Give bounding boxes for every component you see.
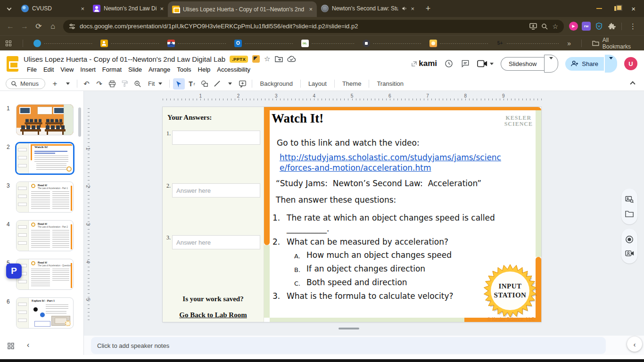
- collapse-filmstrip-icon[interactable]: ‹: [27, 341, 29, 349]
- omnibox[interactable]: docs.google.com/presentation/d/1pIUkCYPO…: [63, 20, 564, 33]
- browser-tab[interactable]: Ulises Lopez Huerta - Copy of 01--Newton…: [168, 1, 317, 17]
- kami-button[interactable]: kami: [412, 59, 437, 68]
- browser-tab[interactable]: Newton's Second Law: Stu×: [317, 1, 419, 16]
- bookmark-item[interactable]: ··························: [33, 40, 93, 47]
- line-tool-button[interactable]: [211, 78, 223, 90]
- menu-insert[interactable]: Insert: [77, 66, 99, 74]
- install-app-icon[interactable]: [529, 23, 537, 30]
- slide-canvas[interactable]: Your Answers: 1. 2. Answer here 3. Answe…: [163, 107, 541, 322]
- zoom-tool-icon[interactable]: [132, 78, 143, 90]
- tab-close-button[interactable]: ×: [160, 5, 164, 12]
- tab-close-button[interactable]: ×: [81, 5, 84, 12]
- slide-thumbnail[interactable]: Watch It!: [15, 142, 74, 175]
- bookmark-item[interactable]: ··························: [363, 40, 422, 47]
- layout-button[interactable]: Layout: [304, 78, 331, 89]
- minimize-icon[interactable]: [596, 8, 602, 9]
- print-button[interactable]: [106, 78, 118, 90]
- menu-accessibility[interactable]: Accessibility: [214, 66, 254, 74]
- comments-icon[interactable]: [461, 59, 470, 68]
- record-icon[interactable]: [625, 235, 634, 244]
- grid-view-icon[interactable]: [8, 343, 14, 349]
- back-icon[interactable]: ←: [4, 20, 17, 33]
- select-tool-button[interactable]: [173, 78, 185, 90]
- line-tool-dropdown[interactable]: [224, 78, 236, 90]
- camera-person-icon[interactable]: [625, 250, 634, 257]
- shapes-tool-button[interactable]: [198, 78, 210, 90]
- browser-tab[interactable]: Newton's 2nd Law Digital Lab×: [89, 1, 168, 16]
- bookmark-star-icon[interactable]: ☆: [552, 23, 558, 30]
- home-icon[interactable]: ⌂: [46, 20, 59, 33]
- bookmark-item[interactable]: O··························: [234, 40, 294, 47]
- extension-p-badge[interactable]: P: [6, 263, 22, 279]
- answer-box-1[interactable]: [172, 131, 260, 145]
- kami-doc-icon[interactable]: [252, 55, 260, 63]
- answer-box-3[interactable]: Answer here: [172, 235, 260, 249]
- move-folder-icon[interactable]: [275, 56, 283, 62]
- new-slide-button[interactable]: +: [49, 78, 61, 90]
- kami-extension-icon[interactable]: ▶: [569, 22, 578, 31]
- browser-menu-icon[interactable]: ⋮: [626, 22, 640, 31]
- tab-close-button[interactable]: ×: [411, 5, 414, 12]
- filmstrip-scrollbar[interactable]: [78, 107, 81, 137]
- slide-title[interactable]: Watch It!: [272, 111, 323, 126]
- answer-box-2[interactable]: Answer here: [172, 183, 260, 197]
- bookmark-item[interactable]: 5+······························: [496, 40, 560, 47]
- redo-button[interactable]: ↷: [93, 78, 105, 90]
- slide-thumbnail[interactable]: Read It!The Law of Acceleration - Part 2: [16, 220, 74, 251]
- intro-text[interactable]: Go to this link and watch the video:: [277, 138, 420, 148]
- video-link[interactable]: http://studyjams.scholastic.com/studyjam…: [280, 152, 501, 173]
- zoom-icon[interactable]: [541, 23, 548, 30]
- insert-comment-button[interactable]: [237, 78, 248, 90]
- site-settings-icon[interactable]: [69, 23, 75, 30]
- paint-format-button[interactable]: [119, 78, 131, 90]
- slide-thumbnail[interactable]: Read It!The Law of Acceleration - Questi…: [16, 259, 74, 290]
- prompt-text[interactable]: Then answer these questions:: [276, 195, 396, 205]
- extensions-puzzle-icon[interactable]: [607, 22, 616, 31]
- tab-search-button[interactable]: [4, 4, 14, 14]
- zoom-fit-select[interactable]: Fit: [144, 79, 166, 89]
- menu-arrange[interactable]: Arrange: [145, 66, 173, 74]
- undo-button[interactable]: ↶: [81, 78, 92, 90]
- speaker-notes-input[interactable]: Click to add speaker notes: [91, 337, 606, 354]
- version-history-icon[interactable]: [444, 59, 454, 68]
- slide-thumbnail[interactable]: Explore It! - Part 1: [16, 297, 74, 329]
- share-dropdown[interactable]: [605, 55, 617, 73]
- star-icon[interactable]: ☆: [264, 55, 270, 63]
- collapse-toolbar-icon[interactable]: [630, 81, 635, 86]
- restore-icon[interactable]: [614, 6, 619, 11]
- go-back-link[interactable]: Go Back to Lab Room: [163, 311, 264, 319]
- bookmark-item[interactable]: IXL·······················: [301, 40, 355, 47]
- theme-button[interactable]: Theme: [338, 78, 365, 89]
- share-button[interactable]: Share: [565, 57, 604, 71]
- bookmark-item[interactable]: A··························: [167, 40, 227, 47]
- meet-camera-icon[interactable]: [477, 60, 494, 67]
- menu-tools[interactable]: Tools: [173, 66, 194, 74]
- menus-search-button[interactable]: Menus: [6, 78, 45, 89]
- video-quote-text[interactable]: “Study Jams: Newton’s Second Law: Accele…: [276, 179, 481, 188]
- menu-format[interactable]: Format: [99, 66, 125, 74]
- bookmarks-overflow-icon[interactable]: »: [567, 40, 571, 47]
- bookmark-item[interactable]: ··························: [429, 40, 489, 47]
- text-box-tool-button[interactable]: Tr: [186, 78, 198, 90]
- image-search-icon[interactable]: [625, 196, 634, 203]
- tab-close-button[interactable]: ×: [309, 6, 313, 13]
- browser-tab[interactable]: CVUSD×: [17, 1, 89, 16]
- menu-edit[interactable]: Edit: [40, 66, 57, 74]
- transition-button[interactable]: Transition: [372, 78, 408, 89]
- reload-icon[interactable]: ⟳: [32, 20, 45, 33]
- bookmark-item[interactable]: ··························: [100, 40, 160, 47]
- slide-thumbnail[interactable]: [16, 104, 74, 135]
- canvas-horizontal-scrollbar[interactable]: [339, 328, 359, 329]
- background-button[interactable]: Background: [256, 78, 297, 89]
- menu-view[interactable]: View: [57, 66, 77, 74]
- document-title[interactable]: Ulises Lopez Huerta - Copy of 01--Newton…: [24, 55, 225, 63]
- google-slides-logo-icon[interactable]: [7, 56, 18, 72]
- cloud-status-icon[interactable]: [287, 56, 296, 62]
- new-tab-button[interactable]: +: [421, 2, 435, 15]
- collapse-panel-button[interactable]: ‹: [627, 337, 642, 352]
- menu-file[interactable]: File: [24, 66, 40, 74]
- menu-help[interactable]: Help: [195, 66, 214, 74]
- slideshow-dropdown[interactable]: [544, 55, 558, 73]
- slideshow-button[interactable]: Slideshow: [501, 57, 544, 71]
- apps-grid-icon[interactable]: [6, 41, 11, 46]
